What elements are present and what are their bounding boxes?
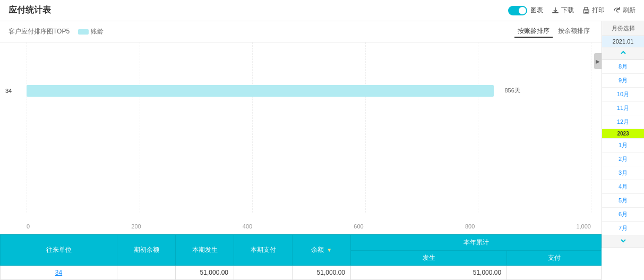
main-content: 客户应付排序图TOP5 账龄 按账龄排序 按余额排序 bbox=[0, 21, 644, 280]
sidebar-current-date: 2021.01 bbox=[602, 36, 644, 47]
chart-legend: 客户应付排序图TOP5 账龄 bbox=[8, 27, 104, 36]
sort-by-balance-btn[interactable]: 按账龄排序 bbox=[514, 26, 553, 38]
cell-ytd-pay bbox=[507, 266, 602, 280]
page-container: 应付统计表 图表 下载 打印 刷新 bbox=[0, 0, 644, 280]
col-ytd: 本年累计 bbox=[351, 235, 602, 251]
cell-ytd-occur: 51,000.00 bbox=[351, 266, 507, 280]
cell-balance: 51,000.00 bbox=[293, 266, 351, 280]
month-item-mar[interactable]: 3月 bbox=[602, 166, 644, 180]
grid-line-3 bbox=[365, 43, 366, 213]
month-item-sep[interactable]: 9月 bbox=[602, 74, 644, 88]
balance-sort-icon: ▼ bbox=[327, 247, 332, 253]
x-tick-0: 0 bbox=[27, 223, 30, 230]
col-opening: 期初余额 bbox=[117, 235, 176, 266]
chart-body: 34 856天 0 200 400 600 800 1,000 bbox=[0, 43, 602, 234]
svg-rect-0 bbox=[552, 12, 559, 13]
sidebar-up-btn[interactable] bbox=[602, 47, 644, 60]
month-item-jan[interactable]: 1月 bbox=[602, 139, 644, 152]
cell-current-pay bbox=[234, 266, 293, 280]
col-current-pay: 本期支付 bbox=[234, 235, 293, 266]
sidebar-header: 月份选择 bbox=[602, 21, 644, 36]
x-tick-1: 200 bbox=[131, 223, 141, 230]
col-ytd-occur: 发生 bbox=[351, 251, 507, 266]
month-item-aug[interactable]: 8月 bbox=[602, 60, 644, 74]
cell-unit[interactable]: 34 bbox=[1, 266, 117, 280]
month-list: 8月 9月 10月 11月 12月 2023 1月 2月 3月 4月 5月 6月… bbox=[602, 60, 644, 235]
chart-sort-buttons: 按账龄排序 按余额排序 bbox=[514, 26, 593, 38]
legend-color bbox=[78, 29, 89, 35]
cell-opening bbox=[117, 266, 176, 280]
month-item-nov[interactable]: 11月 bbox=[602, 101, 644, 115]
chart-header: 客户应付排序图TOP5 账龄 按账龄排序 按余额排序 bbox=[0, 21, 602, 43]
grid-line-5 bbox=[591, 43, 591, 213]
chart-section: 客户应付排序图TOP5 账龄 按账龄排序 按余额排序 bbox=[0, 21, 602, 280]
bar-end-label: 856天 bbox=[504, 87, 520, 95]
print-icon bbox=[582, 7, 590, 14]
col-balance: 余额 ▼ bbox=[293, 235, 351, 266]
year-badge-2023[interactable]: 2023 bbox=[602, 129, 644, 139]
table-section: 往来单位 期初余额 本期发生 本期支付 余额 ▼ 本年累计 发生 bbox=[0, 234, 602, 280]
col-current-occur: 本期发生 bbox=[176, 235, 234, 266]
month-item-jul[interactable]: 7月 bbox=[602, 222, 644, 235]
legend-label: 账龄 bbox=[91, 27, 104, 36]
x-axis: 0 200 400 600 800 1,000 bbox=[27, 223, 591, 230]
chart-toggle-wrap[interactable]: 图表 bbox=[508, 6, 543, 15]
svg-rect-3 bbox=[585, 12, 588, 13]
x-tick-2: 400 bbox=[243, 223, 252, 230]
grid-line-1 bbox=[140, 43, 140, 213]
x-tick-4: 800 bbox=[465, 223, 475, 230]
sidebar-collapse-btn[interactable]: ▶ bbox=[594, 53, 602, 69]
sidebar-wrapper: ▶ 月份选择 2021.01 8月 9月 10月 11月 12月 2023 1月 bbox=[602, 21, 644, 280]
grid-line-0 bbox=[27, 43, 27, 213]
print-button[interactable]: 打印 bbox=[582, 6, 605, 15]
col-ytd-pay: 支付 bbox=[507, 251, 602, 266]
col-unit: 往来单位 bbox=[1, 235, 117, 266]
cell-current-occur: 51,000.00 bbox=[176, 266, 234, 280]
grid-line-2 bbox=[252, 43, 253, 213]
legend-text: 客户应付排序图TOP5 bbox=[8, 27, 70, 36]
download-icon bbox=[552, 7, 559, 14]
sidebar-down-btn[interactable] bbox=[602, 235, 644, 248]
download-button[interactable]: 下载 bbox=[552, 6, 574, 15]
table-row: 34 51,000.00 51,000.00 51,000.00 bbox=[1, 266, 602, 280]
refresh-button[interactable]: 刷新 bbox=[613, 6, 636, 15]
header-actions: 图表 下载 打印 刷新 bbox=[508, 6, 636, 15]
toggle-thumb bbox=[519, 7, 526, 14]
table-header-row: 往来单位 期初余额 本期发生 本期支付 余额 ▼ 本年累计 bbox=[1, 235, 602, 251]
data-table: 往来单位 期初余额 本期发生 本期支付 余额 ▼ 本年累计 发生 bbox=[0, 234, 602, 280]
bar-row: 34 856天 bbox=[27, 85, 570, 97]
month-item-jun[interactable]: 6月 bbox=[602, 208, 644, 222]
sidebar-nav-bottom bbox=[602, 235, 644, 248]
chevron-up-icon bbox=[620, 49, 627, 56]
chevron-down-icon bbox=[620, 237, 627, 244]
sidebar: 月份选择 2021.01 8月 9月 10月 11月 12月 2023 1月 2… bbox=[602, 21, 644, 248]
month-item-apr[interactable]: 4月 bbox=[602, 180, 644, 194]
month-item-oct[interactable]: 10月 bbox=[602, 88, 644, 101]
toggle-label: 图表 bbox=[530, 6, 543, 15]
chart-toggle[interactable] bbox=[508, 6, 527, 15]
sort-by-amount-btn[interactable]: 按余额排序 bbox=[555, 26, 593, 38]
x-tick-3: 600 bbox=[354, 223, 363, 230]
bar-fill: 856天 bbox=[27, 85, 494, 97]
month-item-feb[interactable]: 2月 bbox=[602, 152, 644, 166]
x-tick-5: 1,000 bbox=[576, 223, 591, 230]
bar-row-label: 34 bbox=[5, 88, 12, 94]
grid-line-4 bbox=[478, 43, 478, 213]
month-item-dec[interactable]: 12月 bbox=[602, 115, 644, 129]
month-item-may[interactable]: 5月 bbox=[602, 194, 644, 208]
sidebar-nav bbox=[602, 47, 644, 60]
page-title: 应付统计表 bbox=[8, 5, 51, 16]
page-header: 应付统计表 图表 下载 打印 刷新 bbox=[0, 0, 644, 21]
refresh-icon bbox=[613, 7, 621, 14]
legend-item: 账龄 bbox=[78, 27, 104, 36]
